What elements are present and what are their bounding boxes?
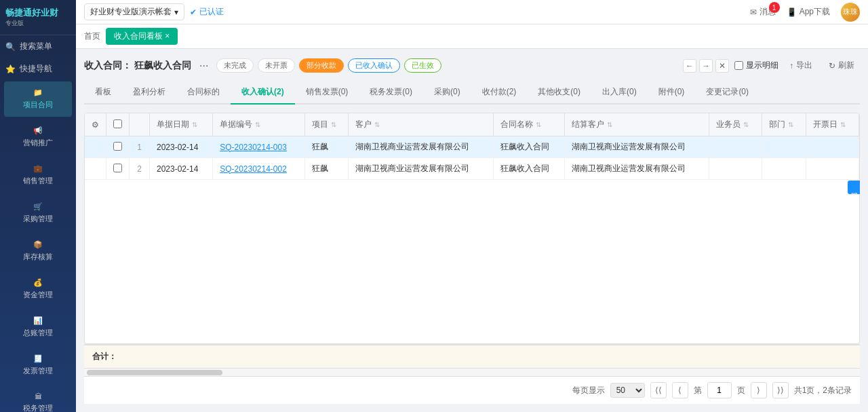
detail-panel-toggle[interactable]: 明细	[848, 181, 860, 194]
data-table-container[interactable]: ⚙ 单据日期⇅ 单据编号⇅ 项目⇅ 客户⇅ 合同名称⇅ 结算客户⇅ 业务员⇅ 部…	[84, 113, 860, 344]
sidebar-item-tax[interactable]: 🏛 税务管理	[4, 386, 72, 412]
salesperson-header[interactable]: 业务员⇅	[709, 113, 762, 136]
prev-button[interactable]: ←	[683, 59, 696, 73]
tab-kanban[interactable]: 看板	[84, 81, 122, 105]
first-page-button[interactable]: ⟨⟨	[650, 382, 667, 398]
page-number-input[interactable]	[707, 382, 732, 398]
tab-revenue-confirm[interactable]: 收入确认(2)	[231, 81, 295, 105]
export-button[interactable]: ↑ 导出	[784, 57, 818, 74]
checkbox-header[interactable]	[106, 113, 130, 136]
order-date-header[interactable]: 单据日期⇅	[150, 113, 213, 136]
tab-profit[interactable]: 盈利分析	[122, 81, 176, 105]
status-uninvoiced[interactable]: 未开票	[258, 58, 295, 73]
summary-label: 合计：	[92, 351, 117, 362]
sidebar-item-invoice[interactable]: 🧾 发票管理	[4, 348, 72, 383]
header-right-actions: 显示明细 ↑ 导出 ↻ 刷新	[734, 57, 860, 74]
active-tab-pill[interactable]: 收入合同看板 ×	[106, 28, 178, 45]
user-profile[interactable]: 珠珠	[841, 3, 860, 22]
order-no[interactable]: SQ-20230214-002	[213, 158, 304, 180]
main-content: 好业财专业版演示帐套 ▾ ✔ 已认证 ✉ 1 消息 📱 App下载 珠珠	[76, 0, 868, 412]
page-size-label: 每页显示	[572, 385, 605, 396]
tab-payment[interactable]: 收付款(2)	[471, 81, 528, 105]
contract-name: 狂飙收入合同	[493, 136, 564, 158]
contract-name: 狂飙收入合同	[493, 158, 564, 180]
table-row[interactable]: 2 2023-02-14 SQ-20230214-002 狂飙 湖南卫视商业运营…	[85, 158, 859, 180]
next-button[interactable]: →	[699, 59, 713, 73]
sidebar-item-quicknav[interactable]: ⭐ 快捷导航	[0, 58, 76, 80]
topbar-right: ✉ 1 消息 📱 App下载 珠珠	[750, 3, 860, 22]
page-prefix-label: 第	[694, 385, 702, 396]
sidebar-item-inventory[interactable]: 📦 库存核算	[4, 233, 72, 269]
refresh-button[interactable]: ↻ 刷新	[823, 57, 860, 74]
tab-outbound[interactable]: 出入库(0)	[591, 81, 648, 105]
sidebar-item-purchase[interactable]: 🛒 采购管理	[4, 195, 72, 231]
app-download-label: App下载	[800, 6, 830, 18]
avatar: 珠珠	[841, 3, 860, 22]
settlement-customer: 湖南卫视商业运营发展有限公司	[564, 136, 709, 158]
table-row[interactable]: 1 2023-02-14 SQ-20230214-003 狂飙 湖南卫视商业运营…	[85, 136, 859, 158]
status-effective[interactable]: 已生效	[404, 58, 441, 73]
show-detail-checkbox[interactable]: 显示明细	[734, 60, 778, 71]
department-header[interactable]: 部门⇅	[762, 113, 806, 136]
show-detail-label: 显示明细	[746, 60, 778, 71]
sidebar-item-sales[interactable]: 💼 销售管理	[4, 157, 72, 193]
tab-sales-invoice[interactable]: 销售发票(0)	[295, 81, 359, 105]
order-no-header[interactable]: 单据编号⇅	[213, 113, 304, 136]
message-button[interactable]: ✉ 1 消息	[750, 6, 776, 18]
sidebar-item-capital[interactable]: 💰 资金管理	[4, 271, 72, 307]
project-header[interactable]: 项目⇅	[304, 113, 348, 136]
capital-icon: 💰	[33, 278, 43, 287]
more-button[interactable]: ···	[199, 60, 208, 72]
message-icon: ✉	[750, 7, 757, 17]
refresh-icon: ↻	[829, 61, 835, 71]
sidebar-item-search[interactable]: 🔍 搜索菜单	[0, 35, 76, 58]
prev-page-button[interactable]: ⟨	[672, 382, 688, 398]
row-checkbox[interactable]	[106, 158, 130, 180]
last-page-button[interactable]: ⟩⟩	[772, 382, 789, 398]
row-number: 2	[130, 158, 150, 180]
show-detail-input[interactable]	[734, 61, 743, 70]
select-all-checkbox[interactable]	[113, 119, 122, 128]
purchase-icon: 🛒	[33, 202, 43, 211]
export-label: 导出	[796, 60, 812, 71]
customer-header[interactable]: 客户⇅	[348, 113, 493, 136]
open-date-header[interactable]: 开票日⇅	[806, 113, 859, 136]
contract-label: 收入合同：	[84, 60, 132, 72]
tab-tax-invoice[interactable]: 税务发票(0)	[359, 81, 423, 105]
order-no[interactable]: SQ-20230214-003	[213, 136, 304, 158]
row-checkbox[interactable]	[106, 136, 130, 158]
close-button[interactable]: ✕	[715, 59, 729, 73]
scrollbar-thumb[interactable]	[87, 370, 222, 375]
next-page-button[interactable]: ⟩	[751, 382, 767, 398]
status-incomplete[interactable]: 未完成	[216, 58, 254, 73]
sidebar-item-marketing[interactable]: 📢 营销推广	[4, 119, 72, 155]
invoice-icon: 🧾	[33, 354, 43, 363]
contract-name-header[interactable]: 合同名称⇅	[493, 113, 564, 136]
app-download-button[interactable]: 📱 App下载	[787, 6, 830, 18]
sidebar-item-label: 采购管理	[23, 214, 53, 224]
tab-attachments[interactable]: 附件(0)	[648, 81, 696, 105]
tab-purchase[interactable]: 采购(0)	[423, 81, 471, 105]
data-table: ⚙ 单据日期⇅ 单据编号⇅ 项目⇅ 客户⇅ 合同名称⇅ 结算客户⇅ 业务员⇅ 部…	[85, 113, 859, 180]
page-size-select[interactable]: 50 100 200	[610, 383, 645, 398]
row-settings	[85, 136, 106, 158]
download-icon: 📱	[787, 7, 797, 17]
sidebar-item-label: 搜索菜单	[20, 41, 52, 52]
sidebar-item-general[interactable]: 📊 总账管理	[4, 310, 72, 345]
status-buttons: 未完成 未开票 部分收款 已收入确认 已生效	[216, 58, 441, 73]
sidebar-item-label: 总账管理	[23, 328, 53, 338]
refresh-label: 刷新	[838, 60, 854, 71]
breadcrumb-home[interactable]: 首页	[84, 31, 100, 42]
tab-contract-standard[interactable]: 合同标的	[176, 81, 231, 105]
settings-header[interactable]: ⚙	[85, 113, 106, 136]
horizontal-scrollbar[interactable]	[84, 368, 860, 376]
status-partial-payment[interactable]: 部分收款	[299, 58, 344, 73]
chevron-down-icon: ▾	[174, 7, 178, 17]
sidebar-item-project[interactable]: 📁 项目合同	[4, 81, 72, 117]
tab-other-income[interactable]: 其他收支(0)	[527, 81, 591, 105]
tab-change-log[interactable]: 变更记录(0)	[695, 81, 760, 105]
certified-badge: ✔ 已认证	[190, 6, 224, 18]
company-selector[interactable]: 好业财专业版演示帐套 ▾	[84, 3, 184, 20]
status-confirmed[interactable]: 已收入确认	[348, 58, 400, 73]
settlement-customer-header[interactable]: 结算客户⇅	[564, 113, 709, 136]
